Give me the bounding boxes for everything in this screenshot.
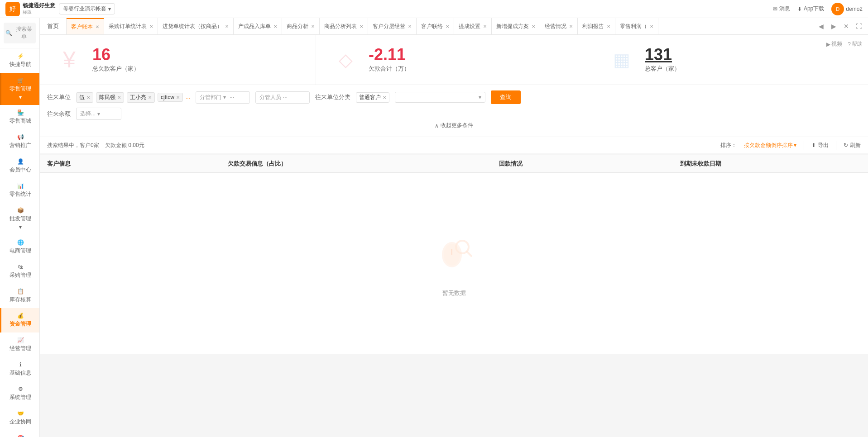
category-dropdown[interactable]: ▾	[395, 92, 485, 103]
stat-number-debt-amount: -2.11	[369, 47, 410, 63]
class-tag-normal[interactable]: 普通客户 ✕	[356, 92, 389, 103]
tab-product-analysis[interactable]: 商品分析 ✕	[282, 18, 320, 34]
tab-close-new-raise-plan[interactable]: ✕	[532, 24, 535, 29]
sidebar-item-finance-mgmt[interactable]: 💰 资金管理	[0, 308, 39, 332]
sidebar-item-basic-info[interactable]: ℹ 基础信息	[0, 357, 39, 381]
tab-customer-tier[interactable]: 客户分层经营 ✕	[368, 18, 417, 34]
tab-close-retail-profit[interactable]: ✕	[650, 24, 653, 29]
tab-customer-connect[interactable]: 客户联络 ✕	[417, 18, 454, 34]
tab-operations-status[interactable]: 经营情况 ✕	[540, 18, 578, 34]
remaining-select[interactable]: 选择... ▾	[76, 108, 121, 120]
query-button[interactable]: 查询	[491, 90, 521, 104]
tab-close-operations-status[interactable]: ✕	[569, 24, 573, 29]
purchase-icon: 🛍	[18, 264, 23, 270]
col-repayment: 回款情况	[499, 160, 680, 168]
operations-icon: 📈	[17, 337, 24, 343]
sidebar-item-batch-mgmt[interactable]: 📦 批发管理 ▾	[0, 203, 39, 235]
tab-purchase-order-stats[interactable]: 采购订单统计表 ✕	[104, 18, 158, 34]
tab-close-customer-debt[interactable]: ✕	[96, 24, 99, 29]
filter-tag-close-0[interactable]: ✕	[86, 95, 90, 100]
sidebar-item-system-mgmt[interactable]: ⚙ 系统管理	[0, 381, 39, 406]
sidebar-item-retail-stats[interactable]: 📊 零售统计	[0, 178, 39, 203]
filter-tag-2[interactable]: 王小亮 ✕	[127, 92, 155, 103]
sidebar: 🔍 搜索菜单 ⚡ 快捷导航 🛒 零售管理 ▾ 🏪 零售商城 📢 营销推广 👤 会…	[0, 18, 40, 437]
stat-number-total-customers: 131	[645, 47, 680, 63]
chevron-down-icon-person: ···	[283, 94, 288, 100]
tab-new-raise-plan[interactable]: 新增提成方案 ✕	[492, 18, 540, 34]
system-icon: ⚙	[18, 386, 23, 392]
tab-close-all-btn[interactable]: ✕	[841, 21, 852, 32]
filter-more-tags[interactable]: ...	[186, 94, 190, 100]
filter-tag-0[interactable]: 伍 ✕	[76, 92, 93, 103]
app-download-btn[interactable]: ⬇ App下载	[797, 5, 824, 13]
filter-tag-3[interactable]: cjttcw ✕	[158, 93, 183, 102]
results-text: 搜索结果中，客户0家 欠款金额 0.00元	[47, 142, 144, 149]
sort-select[interactable]: 按欠款金额倒序排序 ▾	[744, 142, 796, 149]
tab-fullscreen-btn[interactable]: ⛶	[854, 21, 864, 32]
tab-close-product-cost-entry[interactable]: ✕	[273, 24, 277, 29]
branch-person-select[interactable]: 分管人员 ···	[255, 91, 310, 104]
tab-close-customer-connect[interactable]: ✕	[446, 24, 449, 29]
sidebar-item-ecom-mgmt[interactable]: 🌐 电商管理	[0, 235, 39, 259]
chevron-down-icon-remaining: ▾	[97, 111, 100, 117]
tab-prev-btn[interactable]: ◀	[815, 21, 826, 32]
stat-info-debt-amount: -2.11 欠款合计（万）	[369, 47, 410, 73]
account-selector[interactable]: 母婴行业演示帐套 ▾	[59, 3, 115, 14]
stat-card-debt-amount: ◇ -2.11 欠款合计（万）	[316, 35, 592, 85]
stat-help-area: ▶ 视频 ? 帮助	[826, 40, 863, 48]
member-icon: 👤	[17, 158, 24, 165]
filter-tag-close-2[interactable]: ✕	[148, 95, 152, 100]
tab-product-analysis-list[interactable]: 商品分析列表 ✕	[320, 18, 368, 34]
tab-close-raise-settings[interactable]: ✕	[483, 24, 487, 29]
retail-mgmt-icon: 🛒	[17, 77, 24, 84]
sidebar-item-new-guide[interactable]: 🎯 新手引导	[0, 430, 39, 437]
help-link[interactable]: ? 帮助	[848, 40, 863, 48]
results-bar: 搜索结果中，客户0家 欠款金额 0.00元 排序： 按欠款金额倒序排序 ▾ ⬆	[40, 137, 868, 153]
tab-close-purchase-order-stats[interactable]: ✕	[149, 24, 153, 29]
class-tag-close[interactable]: ✕	[383, 95, 386, 100]
sidebar-item-retail-mall[interactable]: 🏪 零售商城	[0, 105, 39, 129]
refresh-button[interactable]: ↻ 刷新	[844, 142, 861, 149]
tab-bar: 首页 客户账本 ✕ 采购订单统计表 ✕ 进货单统计表（按商品） ✕ 产成品入库单…	[40, 18, 868, 34]
tab-next-btn[interactable]: ▶	[828, 21, 839, 32]
tab-home[interactable]: 首页	[40, 18, 67, 34]
sidebar-item-purchase-mgmt[interactable]: 🛍 采购管理	[0, 259, 39, 284]
collapse-more-conditions[interactable]: ∧ 收起更多条件	[47, 120, 861, 131]
tab-close-profit-report[interactable]: ✕	[607, 24, 610, 29]
tab-product-cost-entry[interactable]: 产成品入库单 ✕	[234, 18, 282, 34]
tab-profit-report[interactable]: 利润报告 ✕	[578, 18, 615, 34]
branch-dept-select[interactable]: 分管部门 ▾ ···	[196, 91, 250, 104]
sort-chevron-icon: ▾	[794, 142, 796, 148]
filter-tag-1[interactable]: 陈民强 ✕	[96, 92, 124, 103]
export-button[interactable]: ⬆ 导出	[811, 142, 829, 149]
tab-close-incoming-stats[interactable]: ✕	[225, 24, 229, 29]
logo-area: 好 畅捷通好生意 标版	[5, 2, 55, 16]
tab-customer-debt[interactable]: 客户账本 ✕	[67, 18, 104, 34]
tab-retail-profit[interactable]: 零售利润（ ✕	[615, 18, 658, 34]
filter-tag-close-1[interactable]: ✕	[117, 95, 121, 100]
sidebar-item-marketing[interactable]: 📢 营销推广	[0, 129, 39, 154]
search-menu-button[interactable]: 🔍 搜索菜单	[4, 23, 36, 43]
tab-close-product-analysis[interactable]: ✕	[311, 24, 315, 29]
tab-raise-settings[interactable]: 提成设置 ✕	[454, 18, 492, 34]
tab-close-customer-tier[interactable]: ✕	[408, 24, 412, 29]
partner-unit-tags: 伍 ✕ 陈民强 ✕ 王小亮 ✕	[76, 92, 190, 103]
chevron-down-icon: ▾	[108, 6, 111, 12]
sidebar-item-quick-nav[interactable]: ⚡ 快捷导航	[0, 48, 39, 73]
stat-number-debt-customers: 16	[92, 47, 139, 63]
quick-nav-icon: ⚡	[17, 53, 24, 59]
empty-icon	[432, 230, 477, 284]
top-header: 好 畅捷通好生意 标版 母婴行业演示帐套 ▾ ✉ 消息 ⬇ App下载 D de…	[0, 0, 868, 18]
tab-incoming-stats[interactable]: 进货单统计表（按商品） ✕	[158, 18, 234, 34]
sidebar-item-retail-mgmt[interactable]: 🛒 零售管理 ▾	[0, 73, 39, 105]
sidebar-item-enterprise-collab[interactable]: 🤝 企业协同	[0, 406, 39, 430]
message-btn[interactable]: ✉ 消息	[773, 5, 790, 13]
sidebar-item-inventory[interactable]: 📋 库存核算	[0, 284, 39, 308]
tab-close-product-analysis-list[interactable]: ✕	[360, 24, 363, 29]
sidebar-item-operations-mgmt[interactable]: 📈 经营管理	[0, 332, 39, 357]
filter-area: 往来单位 伍 ✕ 陈民强 ✕ 王小亮	[40, 85, 868, 137]
video-help-link[interactable]: ▶ 视频	[826, 40, 842, 48]
sidebar-item-member[interactable]: 👤 会员中心	[0, 154, 39, 178]
filter-tag-close-3[interactable]: ✕	[176, 95, 180, 100]
user-menu[interactable]: D demo2	[831, 3, 863, 15]
